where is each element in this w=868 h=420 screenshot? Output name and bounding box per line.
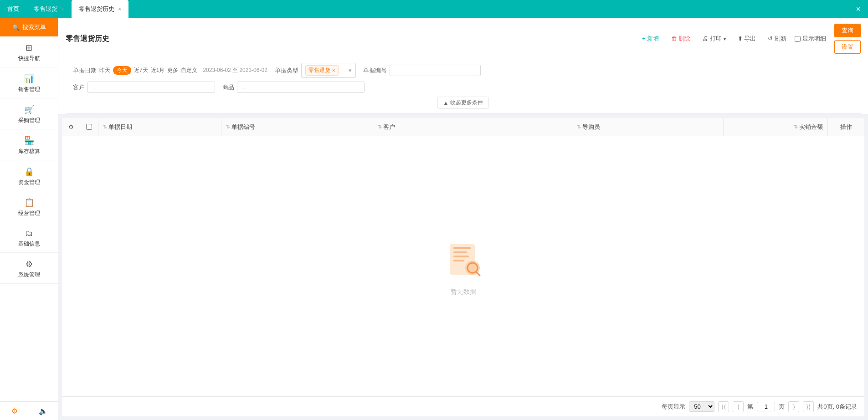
tab-retail-return-history-close[interactable]: × <box>118 6 121 12</box>
operations-icon: 📋 <box>24 198 34 208</box>
doc-type-tag-label: 零售退货 <box>308 67 330 74</box>
top-bar: 首页 零售退货 × 零售退货历史 × × <box>0 0 868 18</box>
content-area: 零售退货历史 + 新增 🗑 删除 🖨 打印 ▾ ⬆ 导出 <box>58 18 868 420</box>
sidebar-item-inventory[interactable]: 🏪 库存核算 <box>0 129 58 160</box>
goods-select[interactable]: ... <box>237 82 365 93</box>
setting-button[interactable]: 设置 <box>834 40 861 54</box>
doc-type-filter-group: 单据类型 零售退货 × ▾ <box>275 63 356 78</box>
settings-icon: ⚙ <box>68 123 74 130</box>
th-date-sort-icon[interactable]: ⇅ <box>103 124 107 130</box>
sidebar-item-quick-nav[interactable]: ⊞ 快捷导航 <box>0 36 58 67</box>
sidebar-gear-button[interactable]: ⚙ <box>0 402 29 420</box>
sidebar-item-finance-label: 资金管理 <box>18 179 40 186</box>
th-guide-label: 导购员 <box>582 123 600 131</box>
select-all-checkbox[interactable] <box>86 124 92 130</box>
display-detail-toggle[interactable]: 显示明细 <box>795 35 826 43</box>
date-shortcut-today[interactable]: 今天 <box>113 66 131 75</box>
tab-retail-return-close[interactable]: × <box>61 6 64 12</box>
svg-rect-2 <box>453 251 467 253</box>
date-shortcut-custom[interactable]: 自定义 <box>181 67 197 74</box>
th-guide: ⇅ 导购员 <box>572 118 724 136</box>
per-page-label: 每页显示 <box>662 403 685 411</box>
delete-button[interactable]: 🗑 删除 <box>668 33 694 45</box>
svg-line-7 <box>477 272 480 276</box>
doc-number-input[interactable] <box>390 65 481 76</box>
display-detail-checkbox[interactable] <box>795 36 801 42</box>
doc-type-chevron-icon: ▾ <box>349 67 352 74</box>
print-label: 🖨 打印 <box>702 35 722 43</box>
page-number-input[interactable] <box>757 402 775 411</box>
customer-select[interactable]: ... <box>87 82 215 93</box>
filter-row-1: 单据日期 昨天 今天 近7天 近1月 更多 自定义 2023-06-02 至 2… <box>73 63 853 78</box>
th-date: ⇅ 单据日期 <box>98 118 221 136</box>
collapse-button[interactable]: ▲ 收起更多条件 <box>437 97 489 109</box>
th-gear[interactable]: ⚙ <box>62 118 80 136</box>
per-page-select[interactable]: 20 50 100 <box>689 401 714 412</box>
th-date-label: 单据日期 <box>108 123 132 131</box>
sidebar-item-operations-label: 经营管理 <box>18 210 40 217</box>
tab-retail-return[interactable]: 零售退货 × <box>26 0 72 18</box>
page-title: 零售退货历史 <box>66 34 638 44</box>
speaker-icon: 🔈 <box>39 407 48 415</box>
inventory-icon: 🏪 <box>24 136 34 146</box>
tab-home[interactable]: 首页 <box>0 0 26 18</box>
next-page-button[interactable]: ⟩ <box>788 401 799 412</box>
sidebar-item-system-mgmt-label: 系统管理 <box>18 271 40 279</box>
sidebar-item-system-mgmt[interactable]: ⚙ 系统管理 <box>0 253 58 284</box>
date-shortcuts: 昨天 今天 近7天 近1月 更多 自定义 <box>99 66 197 75</box>
th-guide-sort-icon[interactable]: ⇅ <box>577 124 581 130</box>
print-chevron-icon: ▾ <box>724 36 726 41</box>
doc-type-select[interactable]: 零售退货 × ▾ <box>301 63 356 78</box>
sidebar-speaker-button[interactable]: 🔈 <box>29 402 58 420</box>
th-action-label: 操作 <box>840 123 852 131</box>
first-page-button[interactable]: ⟨⟨ <box>718 401 729 412</box>
add-label: + 新增 <box>642 35 659 43</box>
empty-illustration <box>441 237 486 282</box>
table-header: ⚙ ⇅ 单据日期 ⇅ 单据编号 ⇅ 客户 ⇅ <box>62 118 864 136</box>
tab-home-label: 首页 <box>7 5 19 13</box>
sidebar-item-purchase-mgmt[interactable]: 🛒 采购管理 <box>0 98 58 129</box>
goods-ellipsis: ... <box>241 84 246 91</box>
sales-mgmt-icon: 📊 <box>24 74 34 84</box>
sidebar-search-label: 搜索菜单 <box>22 23 46 31</box>
print-button[interactable]: 🖨 打印 ▾ <box>699 33 729 45</box>
filter-row-2: 客户 ... 商品 ... <box>73 82 853 93</box>
sidebar-search-button[interactable]: 🔍 搜索菜单 <box>0 18 58 36</box>
customer-ellipsis: ... <box>92 84 97 91</box>
date-shortcut-more[interactable]: 更多 <box>167 67 178 74</box>
date-range-display: 2023-06-02 至 2023-06-02 <box>203 67 267 74</box>
sidebar-item-finance[interactable]: 🔒 资金管理 <box>0 160 58 191</box>
date-shortcut-7days[interactable]: 近7天 <box>134 67 148 74</box>
refresh-button[interactable]: ↺ 刷新 <box>764 33 790 45</box>
th-amount-sort-icon[interactable]: ⇅ <box>794 124 798 130</box>
th-customer: ⇅ 客户 <box>373 118 572 136</box>
last-page-button[interactable]: ⟩⟩ <box>803 401 814 412</box>
empty-text: 暂无数据 <box>451 288 476 296</box>
page-header: 零售退货历史 + 新增 🗑 删除 🖨 打印 ▾ ⬆ 导出 <box>58 18 868 114</box>
filter-area: 单据日期 昨天 今天 近7天 近1月 更多 自定义 2023-06-02 至 2… <box>66 58 861 114</box>
date-shortcut-yesterday[interactable]: 昨天 <box>99 67 110 74</box>
date-shortcut-1month[interactable]: 近1月 <box>151 67 165 74</box>
empty-state: 暂无数据 <box>62 136 864 396</box>
sidebar-item-operations[interactable]: 📋 经营管理 <box>0 191 58 222</box>
th-checkbox[interactable] <box>80 118 98 136</box>
doc-type-tag-close[interactable]: × <box>332 67 335 74</box>
finance-icon: 🔒 <box>24 167 34 177</box>
sidebar-item-basic-info[interactable]: 🗂 基础信息 <box>0 222 58 253</box>
customer-filter-group: 客户 ... <box>73 82 215 93</box>
prev-page-button[interactable]: ⟨ <box>733 401 744 412</box>
window-close-button[interactable]: × <box>856 5 861 14</box>
sidebar-item-purchase-mgmt-label: 采购管理 <box>18 117 40 124</box>
sidebar-item-sales-mgmt[interactable]: 📊 销售管理 <box>0 67 58 98</box>
query-button[interactable]: 查询 <box>834 24 861 37</box>
system-mgmt-icon: ⚙ <box>26 259 33 269</box>
tab-retail-return-history[interactable]: 零售退货历史 × <box>72 0 128 18</box>
th-number-sort-icon[interactable]: ⇅ <box>226 124 230 130</box>
export-button[interactable]: ⬆ 导出 <box>734 33 760 45</box>
th-customer-label: 客户 <box>383 123 395 131</box>
svg-rect-3 <box>453 256 469 257</box>
svg-rect-1 <box>453 247 471 249</box>
th-customer-sort-icon[interactable]: ⇅ <box>378 124 382 130</box>
add-button[interactable]: + 新增 <box>638 33 663 45</box>
tab-retail-return-label: 零售退货 <box>34 5 57 13</box>
